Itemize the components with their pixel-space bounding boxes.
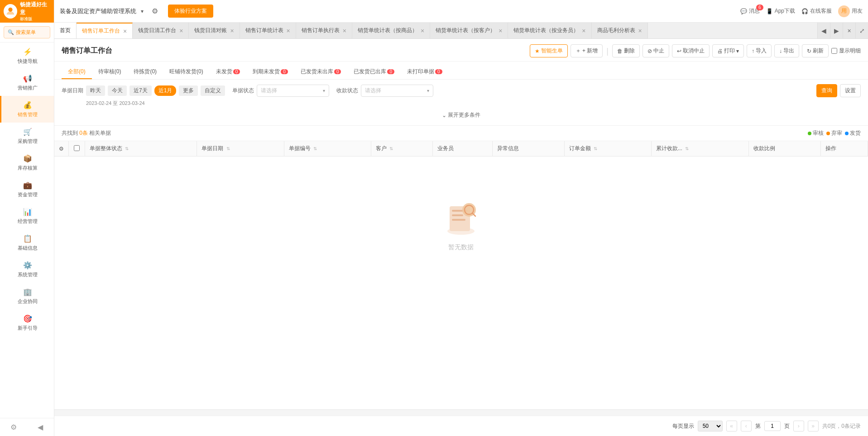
date-1month-btn[interactable]: 近1月 — [154, 85, 177, 96]
message-button[interactable]: 💬 消息 6 — [740, 7, 760, 15]
sidebar-item-purchase[interactable]: 🛒 采购管理 — [0, 123, 54, 149]
stop-button[interactable]: ⊘ 中止 — [643, 44, 669, 57]
date-more-btn[interactable]: 更多 — [179, 85, 198, 96]
sub-tab-shipped-out[interactable]: 已发货已出库0 — [347, 65, 401, 79]
sidebar-item-inventory[interactable]: 📦 库存核算 — [0, 149, 54, 176]
search-menu-button[interactable]: 🔍 搜索菜单 — [4, 26, 50, 38]
page-input[interactable] — [764, 421, 781, 431]
tab-sales-workbench[interactable]: 销售订单工作台 × — [77, 23, 133, 39]
date-yesterday-btn[interactable]: 昨天 — [86, 85, 105, 96]
sidebar-item-base-info[interactable]: 📋 基础信息 — [0, 229, 54, 256]
user-menu-button[interactable]: 用 用友 — [838, 5, 863, 17]
column-settings-icon[interactable]: ⚙ — [59, 146, 64, 152]
tab-close-icon[interactable]: × — [638, 27, 642, 34]
smart-gen-button[interactable]: ★ 智能生单 — [530, 44, 568, 57]
review-action[interactable]: 审核 — [808, 129, 824, 137]
sidebar-item-quick-nav[interactable]: ⚡ 快捷导航 — [0, 43, 54, 69]
sub-tab-overdue[interactable]: 到期未发货0 — [246, 65, 294, 79]
tab-close-icon[interactable]: × — [179, 27, 183, 34]
sort-icon[interactable]: ⇅ — [313, 146, 317, 151]
print-button[interactable]: 🖨 打印 ▾ — [712, 44, 744, 57]
tab-sales-product[interactable]: 销货单统计表（按商品） × — [352, 23, 430, 39]
add-button[interactable]: ＋ + 新增 — [571, 44, 603, 57]
tab-scroll-left-button[interactable]: ◀ — [817, 23, 830, 39]
tab-sales-stat[interactable]: 销售订单统计表 × — [240, 23, 296, 39]
query-button[interactable]: 查询 — [816, 84, 837, 97]
system-dropdown[interactable]: ▾ — [141, 8, 144, 14]
tab-expand-button[interactable]: ⤢ — [855, 23, 868, 39]
tab-sales-staff[interactable]: 销货单统计表（按业务员） × — [508, 23, 591, 39]
select-all-checkbox[interactable] — [74, 145, 80, 151]
collapse-button[interactable]: ◀ — [27, 418, 54, 436]
ship-action[interactable]: 发货 — [845, 129, 861, 137]
sub-tab-all[interactable]: 全部(0) — [62, 65, 92, 79]
sub-tab-wangpu[interactable]: 旺铺待发货(0) — [163, 65, 210, 79]
online-service-button[interactable]: 🎧 在线客服 — [801, 7, 832, 15]
cancel-stop-button[interactable]: ↩ 取消中止 — [672, 44, 710, 57]
sidebar-item-enterprise[interactable]: 🏢 企业协同 — [0, 283, 54, 309]
next-page-button[interactable]: › — [793, 421, 804, 431]
date-custom-btn[interactable]: 自定义 — [201, 85, 225, 96]
status-select[interactable]: 请选择 ▾ — [257, 85, 329, 97]
marketing-icon: 📢 — [23, 74, 32, 83]
empty-illustration — [438, 193, 484, 238]
last-page-button[interactable]: » — [808, 421, 819, 431]
tab-scroll-right-button[interactable]: ▶ — [830, 23, 843, 39]
tab-close-icon[interactable]: × — [230, 27, 234, 34]
tab-cash-reconcile[interactable]: 钱货日清对账 × — [189, 23, 240, 39]
sort-icon[interactable]: ⇅ — [389, 146, 393, 151]
sub-tab-not-shipped[interactable]: 未发货0 — [210, 65, 247, 79]
import-button[interactable]: ↑ 导入 — [747, 44, 772, 57]
sub-tab-not-printed[interactable]: 未打印单据0 — [401, 65, 449, 79]
show-detail-input[interactable] — [831, 48, 837, 54]
inventory-icon: 📦 — [23, 154, 32, 163]
sort-icon[interactable]: ⇅ — [594, 146, 597, 151]
show-detail-checkbox[interactable]: 显示明细 — [831, 47, 861, 55]
tab-close-icon[interactable]: × — [499, 27, 502, 34]
refresh-button[interactable]: ↻ 刷新 — [802, 44, 829, 57]
tab-cash-daily[interactable]: 钱货日清工作台 × — [133, 23, 189, 39]
tab-close-icon[interactable]: × — [582, 27, 585, 34]
col-customer: 客户 ⇅ — [371, 141, 433, 156]
tab-home[interactable]: 首页 — [54, 23, 77, 39]
industry-btn[interactable]: 体验行业方案 — [168, 5, 213, 18]
sub-tab-pending-review[interactable]: 待审核(0) — [92, 65, 128, 79]
sidebar-item-operations[interactable]: 📊 经营管理 — [0, 203, 54, 229]
tab-close-icon[interactable]: × — [343, 27, 346, 34]
date-7days-btn[interactable]: 近7天 — [129, 85, 152, 96]
prev-page-button[interactable]: ‹ — [741, 421, 752, 431]
sort-icon[interactable]: ⇅ — [125, 146, 129, 151]
app-download-button[interactable]: 📱 App下载 — [766, 7, 795, 15]
payment-select[interactable]: 请选择 ▾ — [361, 85, 433, 97]
sub-tab-shipped-not-out[interactable]: 已发货未出库0 — [294, 65, 348, 79]
tab-sales-exec[interactable]: 销售订单执行表 × — [296, 23, 352, 39]
sidebar-item-finance[interactable]: 💼 资金管理 — [0, 176, 54, 203]
settings-button[interactable]: ⚙ — [0, 418, 27, 436]
sidebar-item-label: 快捷导航 — [18, 58, 38, 65]
expand-filter-button[interactable]: ⌄ 展开更多条件 — [437, 109, 485, 121]
tab-close-all-button[interactable]: × — [843, 23, 855, 39]
settings-icon[interactable]: ⚙ — [148, 5, 162, 18]
tab-close-icon[interactable]: × — [421, 27, 424, 34]
sidebar-item-system[interactable]: ⚙️ 系统管理 — [0, 256, 54, 283]
tab-gross-margin[interactable]: 商品毛利分析表 × — [592, 23, 648, 39]
tab-sales-customer[interactable]: 销货单统计表（按客户） × — [430, 23, 508, 39]
export-button[interactable]: ↓ 导出 — [774, 44, 799, 57]
delete-button[interactable]: 🗑 删除 — [612, 44, 640, 57]
first-page-button[interactable]: « — [726, 421, 737, 431]
tab-close-icon[interactable]: × — [287, 27, 290, 34]
sidebar-item-marketing[interactable]: 📢 营销推广 — [0, 69, 54, 96]
sub-tab-pending-receive[interactable]: 待拣货(0) — [127, 65, 163, 79]
settings-filter-button[interactable]: 设置 — [840, 84, 861, 97]
horizontal-scrollbar[interactable] — [54, 409, 868, 416]
sidebar-item-newbie[interactable]: 🎯 新手引导 — [0, 309, 54, 336]
per-page-select[interactable]: 10 20 50 100 — [698, 421, 723, 431]
sort-icon[interactable]: ⇅ — [226, 146, 230, 151]
tab-bar: 首页 销售订单工作台 × 钱货日清工作台 × 钱货日清对账 × 销售订单统计表 … — [54, 23, 868, 39]
revoke-action[interactable]: 弃审 — [826, 129, 842, 137]
sidebar-item-sales-mgmt[interactable]: 💰 销售管理 — [0, 96, 54, 123]
tab-close-icon[interactable]: × — [123, 28, 127, 35]
date-today-btn[interactable]: 今天 — [108, 85, 127, 96]
expand-icon: ⌄ — [442, 112, 446, 118]
sort-icon[interactable]: ⇅ — [685, 146, 689, 151]
